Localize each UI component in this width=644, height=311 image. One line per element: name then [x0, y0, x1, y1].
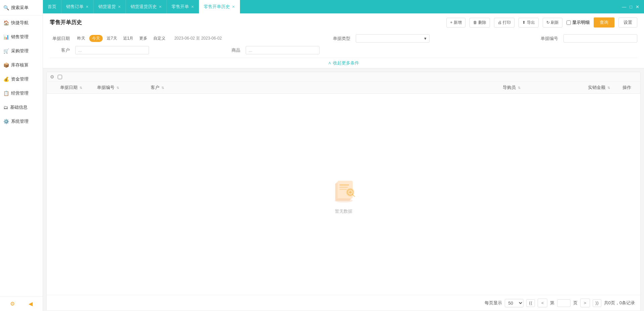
nav-icon-purchase-mgmt: 🛒 — [3, 48, 9, 54]
date-shortcut-更多[interactable]: 更多 — [137, 35, 149, 42]
nav-icon-base: 🗂 — [3, 105, 8, 110]
prev-page-button[interactable]: ＜ — [538, 299, 547, 307]
page-word: 第 — [550, 300, 554, 306]
sidebar-item-ops[interactable]: 📋经营管理 — [0, 86, 43, 100]
setting-button[interactable]: 设置 — [618, 17, 637, 28]
th-amount[interactable]: 实销金额 ⇅ — [580, 82, 613, 94]
tab-bar: 首页销售订单✕销货退货✕销货退货历史✕零售开单✕零售开单历史✕ — □ ✕ — [43, 0, 644, 13]
main-area: 首页销售订单✕销货退货✕销货退货历史✕零售开单✕零售开单历史✕ — □ ✕ 零售… — [43, 0, 644, 311]
date-shortcut-近1月[interactable]: 近1月 — [121, 35, 136, 42]
sidebar: 🔍 搜索采单 🏠快捷导航📊销售管理🛒采购管理📦库存核算💰资金管理📋经营管理🗂基础… — [0, 0, 43, 311]
th-action: 操作 — [613, 82, 640, 94]
tab-close-retail-open-history[interactable]: ✕ — [232, 5, 235, 9]
tab-label-home: 首页 — [48, 4, 56, 10]
toolbar: + 新增 🗑 删除 🖨 打印 ⬆ 导出 ↻ 刷新 显示明细 查询 设置 — [446, 17, 637, 28]
tab-close-retail-open[interactable]: ✕ — [191, 5, 194, 9]
filter-area: 单据日期 昨天今天近7天近1月更多自定义 2023-06-02 至 2023-0… — [50, 31, 637, 68]
th-guide[interactable]: 导购员 ⇅ — [499, 82, 533, 94]
num-label: 单据编号 — [538, 36, 558, 42]
nav-icon-system: ⚙️ — [3, 119, 9, 124]
sidebar-search[interactable]: 🔍 搜索采单 — [0, 0, 43, 16]
th-client-sort[interactable]: ⇅ — [161, 86, 164, 90]
content-area: 零售开单历史 + 新增 🗑 删除 🖨 打印 ⬆ 导出 ↻ 刷新 显示明细 查询 … — [43, 13, 644, 311]
nav-label-quick-nav: 快捷导航 — [11, 20, 29, 26]
tab-retail-open[interactable]: 零售开单✕ — [167, 0, 199, 13]
date-shortcut-自定义[interactable]: 自定义 — [151, 35, 167, 42]
th-num[interactable]: 单据编号 ⇅ — [94, 82, 147, 94]
table-settings-icon[interactable]: ⚙ — [50, 74, 54, 80]
sidebar-item-finance[interactable]: 💰资金管理 — [0, 72, 43, 86]
tab-sales-return-history[interactable]: 销货退货历史✕ — [126, 0, 167, 13]
tab-home[interactable]: 首页 — [43, 0, 61, 13]
page-title: 零售开单历史 — [50, 19, 82, 26]
filter-row-2: 客户 ... 商品 ... — [50, 46, 637, 54]
th-checkbox — [47, 82, 57, 94]
empty-illustration — [329, 174, 359, 204]
th-num-sort[interactable]: ⇅ — [116, 86, 119, 90]
tab-sales-order[interactable]: 销售订单✕ — [61, 0, 94, 13]
close-button[interactable]: ✕ — [636, 4, 639, 9]
date-shortcut-近7天[interactable]: 近7天 — [105, 35, 119, 42]
page-input[interactable]: 1 — [557, 299, 571, 307]
nav-label-system: 系统管理 — [11, 118, 29, 124]
sidebar-footer: ⚙ ◀ — [0, 296, 43, 311]
tab-sales-return[interactable]: 销货退货✕ — [94, 0, 126, 13]
th-guide-sort[interactable]: ⇅ — [518, 86, 521, 90]
collapse-sidebar-icon[interactable]: ◀ — [29, 301, 33, 307]
data-table: 单据日期 ⇅ 单据编号 ⇅ 客户 ⇅ 导购员 ⇅ — [47, 82, 640, 94]
export-button[interactable]: ⬆ 导出 — [518, 18, 538, 28]
collapse-button[interactable]: ∧ 收起更多条件 — [50, 58, 637, 68]
th-guide-label: 导购员 — [503, 85, 516, 90]
new-button[interactable]: + 新增 — [446, 18, 465, 28]
page-size-select[interactable]: 50 10 20 100 — [505, 299, 524, 307]
nav-icon-finance: 💰 — [3, 76, 9, 82]
th-date-sort[interactable]: ⇅ — [80, 86, 82, 90]
sidebar-item-system[interactable]: ⚙️系统管理 — [0, 114, 43, 128]
table-container: ⚙ 单据日期 ⇅ 单据编号 ⇅ — [46, 72, 641, 311]
delete-button[interactable]: 🗑 删除 — [469, 18, 490, 28]
print-button[interactable]: 🖨 打印 — [494, 18, 514, 28]
th-num-label: 单据编号 — [97, 85, 114, 90]
display-detail-checkbox[interactable] — [566, 20, 571, 25]
type-select[interactable]: ▾ — [356, 34, 430, 43]
sidebar-item-purchase-mgmt[interactable]: 🛒采购管理 — [0, 44, 43, 58]
sidebar-item-quick-nav[interactable]: 🏠快捷导航 — [0, 16, 43, 30]
num-input[interactable] — [563, 34, 637, 43]
display-detail-text: 显示明细 — [572, 19, 590, 25]
sidebar-item-sales-mgmt[interactable]: 📊销售管理 — [0, 30, 43, 44]
tab-close-sales-return[interactable]: ✕ — [118, 5, 121, 9]
table-header-row: 单据日期 ⇅ 单据编号 ⇅ 客户 ⇅ 导购员 ⇅ — [47, 82, 640, 94]
th-client-label: 客户 — [151, 85, 159, 90]
date-label: 单据日期 — [50, 36, 70, 42]
nav-label-purchase-mgmt: 采购管理 — [11, 48, 29, 54]
first-page-button[interactable]: ⟨⟨ — [526, 299, 535, 307]
goods-input[interactable]: ... — [246, 46, 319, 54]
date-shortcut-今天[interactable]: 今天 — [89, 35, 103, 42]
last-page-button[interactable]: ⟩⟩ — [593, 299, 601, 307]
display-detail-label[interactable]: 显示明细 — [566, 19, 590, 25]
minimize-button[interactable]: — — [622, 4, 626, 9]
date-shortcut-昨天[interactable]: 昨天 — [75, 35, 87, 42]
nav-icon-ops: 📋 — [3, 91, 9, 96]
sidebar-item-base[interactable]: 🗂基础信息 — [0, 100, 43, 114]
nav-icon-sales-mgmt: 📊 — [3, 34, 9, 40]
date-shortcuts: 昨天今天近7天近1月更多自定义 — [75, 35, 167, 42]
next-page-button[interactable]: ＞ — [580, 299, 590, 307]
sidebar-item-inventory[interactable]: 📦库存核算 — [0, 58, 43, 72]
query-button[interactable]: 查询 — [594, 17, 614, 28]
svg-rect-5 — [339, 187, 348, 188]
type-dropdown-icon: ▾ — [424, 36, 427, 41]
tab-retail-open-history[interactable]: 零售开单历史✕ — [199, 0, 240, 13]
settings-icon[interactable]: ⚙ — [10, 301, 15, 307]
refresh-button[interactable]: ↻ 刷新 — [543, 18, 562, 28]
th-date[interactable]: 单据日期 ⇅ — [57, 82, 94, 94]
client-dots: ... — [78, 48, 82, 53]
maximize-button[interactable]: □ — [630, 4, 632, 9]
tab-close-sales-order[interactable]: ✕ — [86, 5, 89, 9]
th-client[interactable]: 客户 ⇅ — [147, 82, 499, 94]
th-amount-sort[interactable]: ⇅ — [607, 86, 610, 90]
collapse-label: ∧ 收起更多条件 — [328, 60, 359, 66]
tab-close-sales-return-history[interactable]: ✕ — [159, 5, 162, 9]
client-input[interactable]: ... — [75, 46, 149, 54]
select-all-checkbox[interactable] — [58, 75, 62, 79]
